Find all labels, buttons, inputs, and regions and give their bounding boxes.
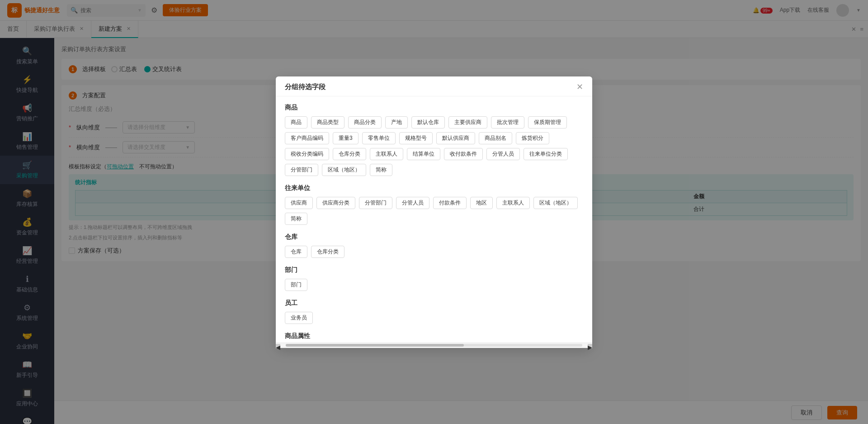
field-group-staff-title: 员工 bbox=[285, 299, 583, 307]
field-tag-product-8[interactable]: 客户商品编码 bbox=[285, 132, 329, 144]
field-tag-partner-6[interactable]: 主联系人 bbox=[496, 197, 530, 209]
modal-close-button[interactable]: ✕ bbox=[576, 83, 583, 91]
field-tag-product-6[interactable]: 批次管理 bbox=[491, 116, 524, 129]
scroll-track bbox=[286, 344, 582, 347]
field-group-warehouse: 仓库 仓库 仓库分类 bbox=[285, 233, 583, 258]
field-tags-product: 商品 商品类型 商品分类 产地 默认仓库 主要供应商 批次管理 保质期管理 客户… bbox=[285, 116, 583, 176]
field-tag-product-3[interactable]: 产地 bbox=[385, 116, 408, 129]
field-tag-partner-4[interactable]: 付款条件 bbox=[433, 197, 467, 209]
field-tag-product-19[interactable]: 收付款条件 bbox=[444, 148, 483, 160]
field-group-partner-title: 往来单位 bbox=[285, 184, 583, 192]
modal-overlay: 分组待选字段 ✕ 商品 商品 商品类型 商品分类 产地 默认仓库 主要供应商 批… bbox=[0, 0, 868, 424]
field-tag-product-14[interactable]: 炼货积分 bbox=[516, 132, 549, 144]
scroll-right-btn[interactable]: ▶ bbox=[588, 344, 592, 348]
field-group-product-attr: 商品属性 属性 颜色 多规格 尺码 鞋码 1 bbox=[285, 332, 583, 343]
field-tag-partner-0[interactable]: 供应商 bbox=[285, 197, 313, 209]
field-tag-product-23[interactable]: 区域（地区） bbox=[322, 164, 366, 176]
field-tags-warehouse: 仓库 仓库分类 bbox=[285, 246, 583, 258]
field-group-staff: 员工 业务员 bbox=[285, 299, 583, 324]
field-tag-product-20[interactable]: 分管人员 bbox=[486, 148, 520, 160]
field-group-dept-title: 部门 bbox=[285, 266, 583, 274]
field-tag-product-24[interactable]: 简称 bbox=[370, 164, 392, 176]
field-tag-product-11[interactable]: 规格型号 bbox=[399, 132, 433, 144]
field-group-partner: 往来单位 供应商 供应商分类 分管部门 分管人员 付款条件 地区 主联系人 区域… bbox=[285, 184, 583, 225]
scroll-left-btn[interactable]: ◀ bbox=[276, 344, 280, 348]
field-tag-product-12[interactable]: 默认供应商 bbox=[436, 132, 475, 144]
field-tag-staff-0[interactable]: 业务员 bbox=[285, 312, 313, 324]
field-group-product-attr-title: 商品属性 bbox=[285, 332, 583, 340]
field-tag-dept-0[interactable]: 部门 bbox=[285, 279, 307, 291]
field-tag-product-15[interactable]: 税收分类编码 bbox=[285, 148, 329, 160]
field-tag-product-7[interactable]: 保质期管理 bbox=[528, 116, 567, 129]
field-tag-partner-2[interactable]: 分管部门 bbox=[359, 197, 392, 209]
field-tag-product-1[interactable]: 商品类型 bbox=[311, 116, 344, 129]
modal: 分组待选字段 ✕ 商品 商品 商品类型 商品分类 产地 默认仓库 主要供应商 批… bbox=[276, 76, 592, 348]
field-group-product-title: 商品 bbox=[285, 104, 583, 112]
field-tag-product-2[interactable]: 商品分类 bbox=[348, 116, 382, 129]
field-tag-product-9[interactable]: 重量3 bbox=[333, 132, 359, 144]
field-tag-product-18[interactable]: 结算单位 bbox=[407, 148, 440, 160]
field-tag-partner-5[interactable]: 地区 bbox=[470, 197, 493, 209]
field-tag-product-21[interactable]: 往来单位分类 bbox=[524, 148, 568, 160]
field-tag-partner-1[interactable]: 供应商分类 bbox=[316, 197, 355, 209]
field-group-dept: 部门 部门 bbox=[285, 266, 583, 291]
field-tag-product-13[interactable]: 商品别名 bbox=[479, 132, 512, 144]
modal-header: 分组待选字段 ✕ bbox=[276, 76, 592, 96]
field-tag-product-5[interactable]: 主要供应商 bbox=[448, 116, 487, 129]
field-tag-partner-3[interactable]: 分管人员 bbox=[396, 197, 429, 209]
scroll-thumb[interactable] bbox=[286, 344, 464, 347]
field-tag-product-10[interactable]: 零售单位 bbox=[362, 132, 396, 144]
field-tag-product-16[interactable]: 仓库分类 bbox=[333, 148, 366, 160]
field-tag-product-17[interactable]: 主联系人 bbox=[370, 148, 403, 160]
field-tag-warehouse-1[interactable]: 仓库分类 bbox=[311, 246, 344, 258]
field-tag-product-22[interactable]: 分管部门 bbox=[285, 164, 318, 176]
field-group-warehouse-title: 仓库 bbox=[285, 233, 583, 241]
modal-body: 商品 商品 商品类型 商品分类 产地 默认仓库 主要供应商 批次管理 保质期管理… bbox=[276, 96, 592, 343]
field-tag-partner-7[interactable]: 区域（地区） bbox=[533, 197, 578, 209]
modal-title: 分组待选字段 bbox=[285, 83, 326, 91]
field-tags-dept: 部门 bbox=[285, 279, 583, 291]
field-tag-warehouse-0[interactable]: 仓库 bbox=[285, 246, 307, 258]
field-tag-product-4[interactable]: 默认仓库 bbox=[411, 116, 445, 129]
field-group-product: 商品 商品 商品类型 商品分类 产地 默认仓库 主要供应商 批次管理 保质期管理… bbox=[285, 104, 583, 176]
field-tags-partner: 供应商 供应商分类 分管部门 分管人员 付款条件 地区 主联系人 区域（地区） … bbox=[285, 197, 583, 225]
field-tag-partner-8[interactable]: 简称 bbox=[285, 213, 307, 225]
field-tag-product-0[interactable]: 商品 bbox=[285, 116, 307, 129]
field-tags-staff: 业务员 bbox=[285, 312, 583, 324]
modal-scroll-bar[interactable]: ◀ ▶ bbox=[276, 343, 592, 348]
